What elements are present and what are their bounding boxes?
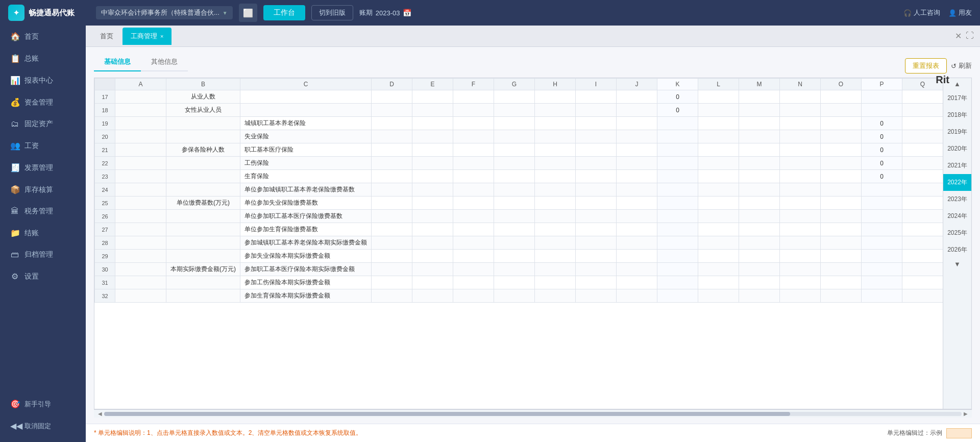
cell-31-c[interactable]: 参加工伤保险本期实际缴费金额 bbox=[240, 276, 372, 289]
cell-31-d[interactable] bbox=[372, 276, 412, 289]
refresh-button[interactable]: ↺ 刷新 bbox=[951, 61, 972, 70]
cell-26-n[interactable] bbox=[780, 210, 821, 223]
col-header-e[interactable]: E bbox=[412, 79, 453, 90]
cell-22-o[interactable] bbox=[821, 157, 862, 170]
cell-24-f[interactable] bbox=[453, 183, 494, 197]
cell-30-h[interactable] bbox=[535, 263, 576, 276]
sidebar-item-archive[interactable]: 🗃 归档管理 bbox=[0, 244, 86, 265]
cell-28-a[interactable] bbox=[115, 236, 166, 250]
cell-26-h[interactable] bbox=[535, 210, 576, 223]
cell-27-l[interactable] bbox=[698, 223, 739, 236]
cell-23-e[interactable] bbox=[412, 170, 453, 183]
cell-29-j[interactable] bbox=[617, 250, 657, 263]
cell-20-g[interactable] bbox=[494, 130, 535, 143]
spreadsheet-container[interactable]: A B C D E F G H I J K L bbox=[94, 78, 943, 409]
cell-21-b[interactable]: 参保各险种人数 bbox=[166, 143, 240, 157]
cell-24-l[interactable] bbox=[698, 183, 739, 197]
cell-32-g[interactable] bbox=[494, 289, 535, 303]
cell-31-k[interactable] bbox=[657, 276, 698, 289]
cell-19-k[interactable] bbox=[657, 117, 698, 130]
cell-27-g[interactable] bbox=[494, 223, 535, 236]
col-header-n[interactable]: N bbox=[780, 79, 821, 90]
sidebar-item-payroll[interactable]: 👥 工资 bbox=[0, 135, 86, 157]
cell-28-n[interactable] bbox=[780, 236, 821, 250]
cell-30-m[interactable] bbox=[739, 263, 780, 276]
cell-28-o[interactable] bbox=[821, 236, 862, 250]
cell-18-k[interactable]: 0 bbox=[657, 104, 698, 117]
cell-26-p[interactable] bbox=[862, 210, 902, 223]
cell-22-q[interactable] bbox=[902, 157, 943, 170]
cell-30-b[interactable]: 本期实际缴费金额(万元) bbox=[166, 263, 240, 276]
cell-25-n[interactable] bbox=[780, 197, 821, 210]
cell-21-f[interactable] bbox=[453, 143, 494, 157]
cell-25-k[interactable] bbox=[657, 197, 698, 210]
cell-17-f[interactable] bbox=[453, 90, 494, 104]
cell-25-p[interactable] bbox=[862, 197, 902, 210]
cell-17-d[interactable] bbox=[372, 90, 412, 104]
cell-22-f[interactable] bbox=[453, 157, 494, 170]
copy-icon[interactable]: ⬜ bbox=[239, 4, 257, 22]
horizontal-scrollbar[interactable]: ◀ ▶ bbox=[94, 409, 972, 418]
cell-18-n[interactable] bbox=[780, 104, 821, 117]
cell-26-l[interactable] bbox=[698, 210, 739, 223]
sidebar-item-closing[interactable]: 📁 结账 bbox=[0, 222, 86, 244]
cell-17-j[interactable] bbox=[617, 90, 657, 104]
cell-23-f[interactable] bbox=[453, 170, 494, 183]
cell-18-m[interactable] bbox=[739, 104, 780, 117]
cell-29-n[interactable] bbox=[780, 250, 821, 263]
cell-32-p[interactable] bbox=[862, 289, 902, 303]
reset-report-button[interactable]: 重置报表 bbox=[905, 58, 947, 73]
cell-26-d[interactable] bbox=[372, 210, 412, 223]
cell-28-i[interactable] bbox=[576, 236, 617, 250]
year-item-2021[interactable]: 2021年 bbox=[943, 157, 971, 174]
cell-23-o[interactable] bbox=[821, 170, 862, 183]
cell-25-c[interactable]: 单位参加失业保险缴费基数 bbox=[240, 197, 372, 210]
cell-29-a[interactable] bbox=[115, 250, 166, 263]
cell-29-i[interactable] bbox=[576, 250, 617, 263]
cell-17-h[interactable] bbox=[535, 90, 576, 104]
cell-17-k[interactable]: 0 bbox=[657, 90, 698, 104]
cell-22-h[interactable] bbox=[535, 157, 576, 170]
cell-20-e[interactable] bbox=[412, 130, 453, 143]
cell-19-d[interactable] bbox=[372, 117, 412, 130]
cell-18-l[interactable] bbox=[698, 104, 739, 117]
cell-22-m[interactable] bbox=[739, 157, 780, 170]
cell-18-o[interactable] bbox=[821, 104, 862, 117]
year-item-2023[interactable]: 2023年 bbox=[943, 191, 971, 208]
sidebar-item-inventory[interactable]: 📦 库存核算 bbox=[0, 179, 86, 201]
cell-26-k[interactable] bbox=[657, 210, 698, 223]
cell-21-o[interactable] bbox=[821, 143, 862, 157]
cell-30-c[interactable]: 参加职工基本医疗保险本期实际缴费金额 bbox=[240, 263, 372, 276]
switch-version-button[interactable]: 切到旧版 bbox=[311, 5, 353, 20]
cell-19-i[interactable] bbox=[576, 117, 617, 130]
cell-21-k[interactable] bbox=[657, 143, 698, 157]
cell-23-m[interactable] bbox=[739, 170, 780, 183]
cell-23-k[interactable] bbox=[657, 170, 698, 183]
scroll-track[interactable] bbox=[104, 412, 962, 416]
cell-21-j[interactable] bbox=[617, 143, 657, 157]
cell-24-g[interactable] bbox=[494, 183, 535, 197]
cell-22-k[interactable] bbox=[657, 157, 698, 170]
cell-25-f[interactable] bbox=[453, 197, 494, 210]
cell-31-j[interactable] bbox=[617, 276, 657, 289]
cell-32-f[interactable] bbox=[453, 289, 494, 303]
cell-27-o[interactable] bbox=[821, 223, 862, 236]
cell-17-e[interactable] bbox=[412, 90, 453, 104]
cell-31-i[interactable] bbox=[576, 276, 617, 289]
col-header-a[interactable]: A bbox=[115, 79, 166, 90]
cell-18-b[interactable]: 女性从业人员 bbox=[166, 104, 240, 117]
cell-26-i[interactable] bbox=[576, 210, 617, 223]
cell-23-b[interactable] bbox=[166, 170, 240, 183]
cell-32-d[interactable] bbox=[372, 289, 412, 303]
col-header-l[interactable]: L bbox=[698, 79, 739, 90]
cell-20-f[interactable] bbox=[453, 130, 494, 143]
cell-19-g[interactable] bbox=[494, 117, 535, 130]
cell-27-p[interactable] bbox=[862, 223, 902, 236]
cell-22-n[interactable] bbox=[780, 157, 821, 170]
cell-23-p[interactable]: 0 bbox=[862, 170, 902, 183]
cell-32-m[interactable] bbox=[739, 289, 780, 303]
cell-19-l[interactable] bbox=[698, 117, 739, 130]
cell-24-m[interactable] bbox=[739, 183, 780, 197]
cell-22-c[interactable]: 工伤保险 bbox=[240, 157, 372, 170]
cell-26-c[interactable]: 单位参加职工基本医疗保险缴费基数 bbox=[240, 210, 372, 223]
